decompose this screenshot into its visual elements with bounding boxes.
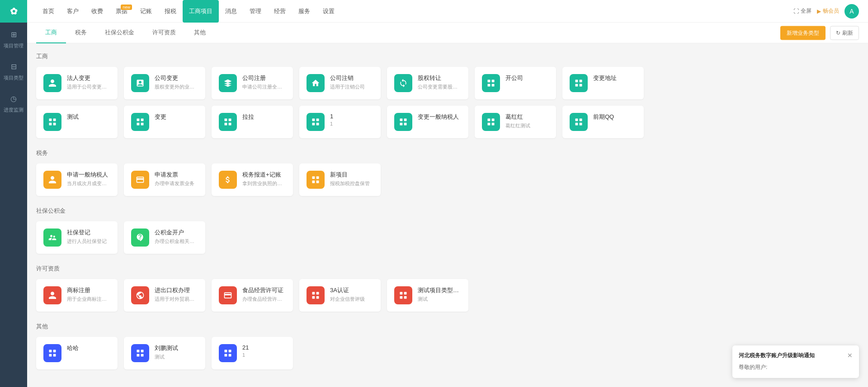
card-company-reg[interactable]: 公司注册 申请公司注册全流程 — [212, 67, 293, 99]
notification-close-button[interactable]: ✕ — [847, 352, 853, 359]
card-icon-num1 — [307, 113, 325, 131]
card-desc: 对企业信誉评级 — [330, 296, 373, 303]
svg-rect-42 — [312, 296, 315, 299]
card-fund-account[interactable]: 公积金开户 办理公积金相关业务 — [124, 221, 205, 254]
card-num21[interactable]: 21 1 — [212, 337, 293, 369]
topnav-message[interactable]: 消息 — [219, 0, 243, 23]
svg-rect-52 — [137, 350, 140, 353]
card-company-change[interactable]: 公司变更 股权变更外的业务变更 — [124, 67, 205, 99]
card-title: 开公司 — [505, 74, 549, 82]
tab-social-fund[interactable]: 社保公积金 — [96, 23, 143, 43]
topnav-invoice[interactable]: 票据 new — [109, 0, 134, 23]
card-tax-report-accounting[interactable]: 税务报道+记账 拿到营业执照的新公司 — [212, 163, 293, 196]
card-title: 刘鹏测试 — [155, 344, 198, 352]
card-icon-3a-cert — [307, 286, 325, 304]
card-title: 社保登记 — [67, 228, 110, 237]
card-text-apply-invoice: 申请发票 办理申请发票业务 — [155, 171, 198, 187]
card-legal-change[interactable]: 法人变更 适用于公司变更法人 — [36, 67, 118, 99]
topnav-operation[interactable]: 经营 — [268, 0, 292, 23]
svg-rect-31 — [492, 123, 495, 126]
card-apply-taxpayer[interactable]: 申请一般纳税人 当月或次月成变更完成 — [36, 163, 118, 196]
card-icon-change — [131, 113, 149, 131]
card-haha[interactable]: 哈哈 — [36, 337, 118, 369]
svg-rect-40 — [312, 292, 315, 295]
tab-industry[interactable]: 工商 — [36, 23, 66, 43]
card-desc: 公司变更需要股权转让 — [418, 84, 461, 90]
card-ge-honghong[interactable]: 葛红红 葛红红测试 — [475, 106, 556, 138]
card-import-export[interactable]: 进出口权办理 适用于对外贸易经营者 — [124, 279, 205, 312]
topnav-management[interactable]: 管理 — [243, 0, 268, 23]
topnav-billing[interactable]: 收费 — [85, 0, 109, 23]
card-new-project[interactable]: 新项目 报税加税控盘保管 — [299, 163, 381, 196]
card-text-liu-peng-test: 刘鹏测试 测试 — [155, 344, 198, 360]
tab-tax[interactable]: 税务 — [66, 23, 96, 43]
svg-rect-33 — [580, 119, 582, 121]
card-text-fund-account: 公积金开户 办理公积金相关业务 — [155, 228, 198, 245]
topnav-home[interactable]: 首页 — [36, 0, 61, 23]
topnav-accounting[interactable]: 记账 — [134, 0, 158, 23]
card-text-company-reg: 公司注册 申请公司注册全流程 — [242, 74, 286, 90]
sidebar-item-project-type[interactable]: ⊟ 项目类型 — [0, 55, 27, 87]
svg-rect-28 — [488, 119, 491, 121]
tab-license[interactable]: 许可资质 — [143, 23, 185, 43]
card-text-new-project: 新项目 报税加税控盘保管 — [330, 171, 373, 187]
fullscreen-button[interactable]: ⛶ 全屏 — [793, 7, 811, 15]
card-desc: 办理公积金相关业务 — [155, 238, 198, 245]
card-3a-cert[interactable]: 3A认证 对企业信誉评级 — [299, 279, 381, 312]
topnav-service[interactable]: 服务 — [292, 0, 316, 23]
svg-rect-6 — [576, 84, 578, 87]
card-social-reg[interactable]: 社保登记 进行人员社保登记 — [36, 221, 118, 254]
new-type-button[interactable]: 新增业务类型 — [780, 26, 826, 40]
topnav-settings[interactable]: 设置 — [316, 0, 341, 23]
card-title: 申请发票 — [155, 171, 198, 179]
svg-rect-19 — [229, 123, 231, 126]
logo: ✿ — [0, 0, 27, 23]
svg-rect-45 — [404, 292, 407, 295]
card-front-qq[interactable]: 前期QQ — [562, 106, 644, 138]
card-lala[interactable]: 拉拉 — [212, 106, 293, 138]
sidebar-item-project-mgmt[interactable]: ⊞ 项目管理 — [0, 23, 27, 55]
svg-rect-0 — [488, 80, 491, 83]
vip-button[interactable]: ▶ 畅会员 — [817, 7, 839, 15]
card-change-taxpayer[interactable]: 变更一般纳税人 — [387, 106, 468, 138]
sidebar-item-progress-monitor[interactable]: ◷ 进度监测 — [0, 87, 27, 119]
card-company-cancel[interactable]: 公司注销 适用于注销公司 — [299, 67, 381, 99]
card-liu-peng-test[interactable]: 刘鹏测试 测试 — [124, 337, 205, 369]
vip-icon: ▶ — [817, 8, 821, 14]
card-trademark-reg[interactable]: 商标注册 用于企业商标注册服务 — [36, 279, 118, 312]
card-change-address[interactable]: 变更地址 — [562, 67, 644, 99]
notification-title: 河北税务数字账户升级影响通知 — [739, 352, 815, 359]
svg-rect-8 — [49, 119, 52, 121]
topnav-industry-project[interactable]: 工商项目 — [183, 0, 219, 23]
card-num1[interactable]: 1 1 — [299, 106, 381, 138]
svg-rect-18 — [225, 123, 227, 126]
card-icon-company-reg — [219, 74, 237, 92]
card-text-change-taxpayer: 变更一般纳税人 — [418, 113, 461, 122]
card-open-company[interactable]: 开公司 — [475, 67, 556, 99]
card-desc: 1 — [242, 352, 286, 358]
avatar[interactable]: A — [844, 4, 859, 19]
refresh-button[interactable]: ↻ 刷新 — [830, 26, 859, 40]
refresh-label: 刷新 — [842, 29, 853, 37]
card-test[interactable]: 测试 — [36, 106, 118, 138]
tab-other[interactable]: 其他 — [185, 23, 215, 43]
svg-rect-44 — [400, 292, 403, 295]
card-apply-invoice[interactable]: 申请发票 办理申请发票业务 — [124, 163, 205, 196]
tab-bar-actions: 新增业务类型 ↻ 刷新 — [780, 26, 859, 40]
card-equity-transfer[interactable]: 股权转让 公司变更需要股权转让 — [387, 67, 468, 99]
card-food-license[interactable]: 食品经营许可证 办理食品经营许可证 — [212, 279, 293, 312]
card-desc: 进行人员社保登记 — [67, 238, 110, 245]
topnav-customer[interactable]: 客户 — [61, 0, 85, 23]
sidebar-item-label: 项目管理 — [4, 42, 24, 49]
card-change[interactable]: 变更 — [124, 106, 205, 138]
card-text-equity-transfer: 股权转让 公司变更需要股权转让 — [418, 74, 461, 90]
card-icon-haha — [43, 344, 61, 362]
sidebar-item-label: 进度监测 — [4, 107, 24, 113]
topnav-tax-report[interactable]: 报税 — [158, 0, 183, 23]
license-section-title: 许可资质 — [36, 265, 859, 273]
card-desc: 用于企业商标注册服务 — [67, 296, 110, 303]
card-icon-food-license — [219, 286, 237, 304]
progress-monitor-icon: ◷ — [7, 92, 20, 105]
card-desc: 报税加税控盘保管 — [330, 180, 373, 187]
card-test-type-def[interactable]: 测试项目类型定义 测试 — [387, 279, 468, 312]
